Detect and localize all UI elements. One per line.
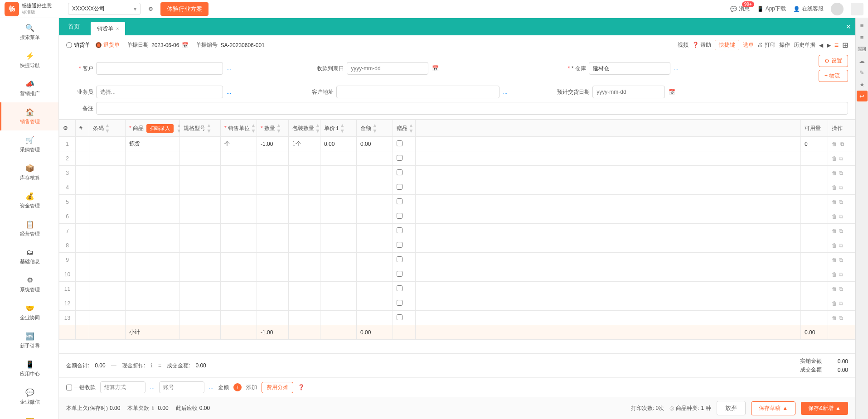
customer-dots[interactable]: ...	[227, 65, 231, 72]
close-all-tabs-icon[interactable]: ×	[846, 22, 851, 32]
sidebar-item-appstore[interactable]: 📱 应用中心	[0, 355, 58, 383]
layout2-btn[interactable]: ⊞	[842, 41, 848, 49]
radio-sale[interactable]: 销货单	[66, 41, 90, 49]
delete-icon-1[interactable]: 🗑	[832, 141, 837, 147]
copy-icon-1[interactable]: ⧉	[840, 141, 844, 147]
calendar-icon-payment[interactable]: 📅	[432, 65, 439, 72]
trial-button[interactable]: 体验行业方案	[160, 2, 209, 16]
addr-dots[interactable]: ...	[503, 89, 508, 95]
product-kind-icon[interactable]: ◎	[669, 405, 674, 411]
delete-icon-4[interactable]: 🗑	[832, 184, 837, 191]
delete-icon-5[interactable]: 🗑	[832, 199, 837, 205]
sidebar-item-guide[interactable]: 🆕 新手引导	[0, 327, 58, 355]
abandon-button[interactable]: 放弃	[717, 401, 746, 415]
rs-icon-3[interactable]: ⌨	[857, 43, 868, 54]
gift-checkbox-3[interactable]	[397, 169, 402, 175]
sidebar-item-purchase[interactable]: 🛒 采购管理	[0, 130, 58, 159]
gift-checkbox-4[interactable]	[397, 184, 402, 190]
delete-icon-12[interactable]: 🗑	[832, 300, 837, 307]
delete-icon-9[interactable]: 🗑	[832, 257, 837, 263]
gift-checkbox-12[interactable]	[397, 300, 402, 306]
warehouse-dots[interactable]: ...	[674, 65, 679, 72]
delete-icon-2[interactable]: 🗑	[832, 155, 837, 162]
sidebar-item-wechat[interactable]: 💬 企业微信	[0, 383, 58, 411]
copy-icon-13[interactable]: ⧉	[839, 315, 843, 321]
gift-checkbox-7[interactable]	[397, 227, 402, 233]
copy-icon-3[interactable]: ⧉	[839, 170, 843, 176]
layout1-btn[interactable]: ≡	[834, 41, 839, 49]
gift-checkbox-9[interactable]	[397, 256, 402, 262]
delete-icon-3[interactable]: 🗑	[832, 170, 837, 176]
salesperson-input[interactable]	[96, 86, 223, 98]
payment-date-input[interactable]	[347, 62, 428, 75]
rs-icon-7[interactable]: ↩	[857, 91, 868, 101]
copy-icon-12[interactable]: ⧉	[839, 300, 843, 307]
print-btn[interactable]: 🖨 打印	[757, 41, 775, 49]
customer-input[interactable]	[96, 62, 223, 75]
save-draft-button[interactable]: 保存草稿 ▲	[751, 401, 795, 415]
rs-icon-4[interactable]: ☁	[857, 55, 868, 66]
rs-icon-5[interactable]: ✎	[857, 67, 868, 78]
gift-checkbox-2[interactable]	[397, 155, 402, 161]
logistics-button[interactable]: + 物流	[819, 70, 848, 82]
top-settings-icon[interactable]: ⚙	[144, 3, 157, 15]
sidebar-item-system[interactable]: ⚙ 系统管理	[0, 270, 58, 299]
online-service-button[interactable]: 👤 在线客服	[793, 5, 824, 13]
copy-icon-8[interactable]: ⧉	[839, 242, 843, 249]
rs-icon-2[interactable]: ≡	[857, 32, 868, 43]
discount-help-icon[interactable]: ℹ	[150, 362, 153, 369]
copy-icon-10[interactable]: ⧉	[839, 271, 843, 278]
sidebar-item-operations[interactable]: 📋 经营管理	[0, 215, 58, 243]
delete-icon-8[interactable]: 🗑	[832, 242, 837, 249]
sidebar-item-basics[interactable]: 🗂 基础信息	[0, 243, 58, 270]
warehouse-input[interactable]	[589, 62, 670, 75]
customer-addr-input[interactable]	[336, 86, 499, 98]
next-btn[interactable]: ▶	[827, 42, 831, 48]
copy-icon-7[interactable]: ⧉	[839, 228, 843, 234]
sidebar-item-search[interactable]: 🔍 搜索菜单	[0, 18, 58, 46]
add-payment-button[interactable]: +	[233, 383, 242, 391]
user-menu[interactable]	[851, 3, 863, 15]
sidebar-item-marketing[interactable]: 📣 营销推广	[0, 74, 58, 102]
col-settings-header[interactable]: ⚙	[59, 120, 76, 137]
user-avatar[interactable]	[831, 3, 844, 15]
delete-icon-7[interactable]: 🗑	[832, 228, 837, 234]
fenyong-help-icon[interactable]: ❓	[298, 384, 305, 390]
calendar-icon-delivery[interactable]: 📅	[669, 89, 675, 95]
gift-checkbox-8[interactable]	[397, 242, 402, 248]
copy-icon-9[interactable]: ⧉	[839, 257, 843, 263]
radio-return-input[interactable]	[96, 42, 102, 48]
gift-checkbox-5[interactable]	[397, 198, 402, 204]
tab-close-icon[interactable]: ×	[116, 26, 119, 31]
save-new-button[interactable]: 保存&新增 ▲	[801, 402, 848, 415]
rs-icon-6[interactable]: ★	[857, 79, 868, 90]
gift-checkbox-10[interactable]	[397, 271, 402, 277]
scan-barcode-button[interactable]: 扫码录入	[146, 124, 174, 133]
account-input[interactable]	[159, 381, 204, 393]
salesperson-dots[interactable]: ...	[227, 89, 231, 95]
select-btn[interactable]: 选单	[743, 41, 754, 49]
gift-checkbox-13[interactable]	[397, 314, 402, 320]
copy-icon-2[interactable]: ⧉	[839, 155, 843, 162]
message-button[interactable]: 💬 消息 99+	[730, 5, 750, 13]
quick-pay-checkbox[interactable]	[66, 385, 72, 390]
history-btn[interactable]: 历史单据	[794, 41, 815, 49]
company-selector[interactable]: XXXXXX公司 ▾	[68, 3, 141, 15]
delete-icon-11[interactable]: 🗑	[832, 286, 837, 292]
calendar-icon-date[interactable]: 📅	[182, 42, 189, 48]
operations-btn[interactable]: 操作	[779, 41, 790, 49]
copy-icon-6[interactable]: ⧉	[839, 213, 843, 220]
sidebar-item-collaboration[interactable]: 🤝 企业协同	[0, 299, 58, 327]
sidebar-item-quicknav[interactable]: ⚡ 快捷导航	[0, 46, 58, 74]
sidebar-item-inventory[interactable]: 📦 库存核算	[0, 159, 58, 187]
copy-icon-4[interactable]: ⧉	[839, 184, 843, 191]
gift-checkbox-1[interactable]	[397, 140, 402, 146]
radio-return[interactable]: 退货单	[96, 41, 120, 49]
app-download-button[interactable]: 📱 App下载	[757, 5, 786, 13]
owed-help-icon[interactable]: ℹ	[152, 405, 154, 411]
copy-icon-11[interactable]: ⧉	[839, 286, 843, 292]
radio-sale-input[interactable]	[66, 42, 72, 48]
gift-checkbox-6[interactable]	[397, 213, 402, 219]
sidebar-item-finance[interactable]: 💰 资金管理	[0, 187, 58, 215]
setup-button[interactable]: ⚙ 设置	[819, 55, 848, 67]
